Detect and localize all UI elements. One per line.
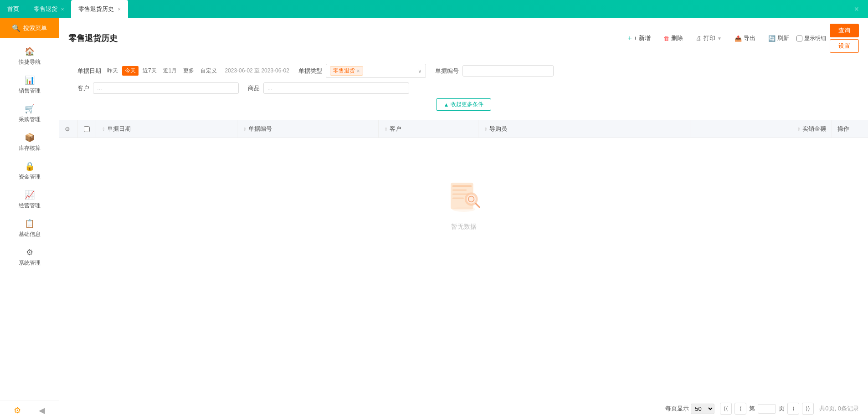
tab-retail-return[interactable]: 零售退货 × [26, 0, 71, 18]
sidebar-bottom: ⚙ ◀ [0, 400, 59, 420]
sidebar-item-system-mgmt[interactable]: ⚙ 系统管理 [0, 243, 59, 271]
tab-retail-return-label: 零售退货 [34, 5, 57, 13]
home-icon: 🏠 [25, 46, 35, 56]
th-guide-label: 导购员 [489, 125, 507, 133]
query-button[interactable]: 查询 [830, 24, 859, 37]
page-input[interactable]: 1 [758, 404, 776, 414]
first-page-btn[interactable]: ⟨⟨ [720, 403, 732, 415]
date-range-display: 2023-06-02 至 2023-06-02 [225, 67, 289, 75]
date-btn-more[interactable]: 更多 [181, 66, 196, 76]
doc-type-select[interactable]: 零售退货 × ∨ [326, 64, 426, 78]
date-btn-1month[interactable]: 近1月 [161, 66, 180, 76]
settings-bottom-icon[interactable]: ⚙ [14, 405, 21, 415]
delete-label: 删除 [671, 34, 683, 42]
doc-type-tag-close[interactable]: × [357, 68, 360, 74]
sales-icon: 📊 [25, 75, 35, 85]
print-label: 打印 [704, 34, 715, 42]
collapse-filter-button[interactable]: ▲ 收起更多条件 [436, 98, 492, 111]
sidebar: 🔍 搜索菜单 🏠 快捷导航 📊 销售管理 🛒 采购管理 📦 库存核算 🔒 [0, 18, 59, 420]
filter-row-2: 客户 ... 商品 ... [77, 82, 850, 94]
goods-select[interactable]: ... [263, 82, 409, 94]
date-btn-yesterday[interactable]: 昨天 [105, 66, 120, 76]
sidebar-search[interactable]: 🔍 搜索菜单 [0, 18, 59, 38]
display-detail-label: 显示明细 [804, 35, 826, 42]
svg-rect-2 [452, 185, 471, 187]
delete-button[interactable]: 🗑 删除 [660, 32, 687, 44]
goods-ellipsis: ... [267, 85, 272, 92]
sort-icon-amount: ⇕ [797, 127, 801, 132]
doc-type-filter: 单据类型 零售退货 × ∨ [298, 64, 426, 78]
export-button[interactable]: 📤 导出 [731, 32, 759, 44]
table-header: ⚙ ⇕ 单据日期 [59, 120, 868, 138]
print-dropdown-icon: ▼ [717, 36, 722, 41]
th-amount-label: 实销金额 [802, 125, 826, 133]
display-detail-checkbox[interactable]: 显示明细 [796, 35, 826, 42]
th-customer: ⇕ 客户 [378, 120, 478, 138]
export-label: 导出 [744, 34, 755, 42]
th-doc-num: ⇕ 单据编号 [237, 120, 378, 138]
delete-icon: 🗑 [663, 35, 669, 42]
export-icon: 📤 [734, 35, 742, 42]
collapse-icon: ▲ [444, 102, 449, 108]
date-btn-today[interactable]: 今天 [122, 66, 139, 76]
goods-filter: 商品 ... [248, 82, 409, 94]
svg-rect-3 [452, 189, 467, 191]
print-button[interactable]: 🖨 打印 ▼ [692, 32, 725, 44]
refresh-icon: 🔄 [768, 35, 776, 42]
th-spacer [599, 120, 690, 138]
doc-num-label: 单据编号 [435, 67, 459, 75]
tab-retail-return-history-close[interactable]: × [118, 6, 120, 12]
sidebar-item-basic-label: 基础信息 [19, 230, 41, 238]
th-doc-date-label: 单据日期 [107, 125, 131, 133]
gear-icon[interactable]: ⚙ [65, 126, 70, 133]
sort-icon-doc-num: ⇕ [243, 127, 247, 132]
sidebar-item-finance-mgmt[interactable]: 🔒 资金管理 [0, 157, 59, 185]
customer-select[interactable]: ... [93, 82, 239, 94]
display-detail-input[interactable] [796, 36, 802, 41]
sidebar-item-basic-info[interactable]: 📋 基础信息 [0, 214, 59, 243]
sidebar-item-operation-mgmt[interactable]: 📈 经营管理 [0, 185, 59, 214]
empty-cell: 暂无数据 [59, 138, 868, 250]
doc-type-tag-text: 零售退货 [333, 67, 355, 75]
sidebar-item-operation-label: 经营管理 [19, 202, 41, 210]
page-size-label: 每页显示 [665, 405, 689, 413]
th-customer-label: 客户 [390, 125, 401, 133]
doc-type-tag: 零售退货 × [330, 66, 363, 76]
page-size-dropdown[interactable]: 20 50 100 [691, 404, 714, 414]
print-icon: 🖨 [696, 35, 702, 42]
sidebar-item-system-label: 系统管理 [19, 259, 41, 267]
tab-retail-return-close[interactable]: × [61, 6, 64, 12]
customer-filter: 客户 ... [77, 82, 239, 94]
window-close-btn[interactable]: × [854, 5, 868, 14]
date-btn-7days[interactable]: 近7天 [140, 66, 159, 76]
new-button[interactable]: + + 新增 [624, 32, 655, 44]
sidebar-item-inventory-label: 库存核算 [19, 144, 41, 152]
setting-button[interactable]: 设置 [830, 39, 859, 53]
th-gear: ⚙ [59, 120, 77, 138]
select-all-checkbox[interactable] [84, 126, 90, 132]
date-buttons: 昨天 今天 近7天 近1月 更多 自定义 [105, 66, 219, 76]
last-page-btn[interactable]: ⟩⟩ [802, 403, 814, 415]
tab-retail-return-history-label: 零售退货历史 [78, 5, 114, 13]
date-btn-custom[interactable]: 自定义 [198, 66, 219, 76]
tab-bar: 首页 零售退货 × 零售退货历史 × [0, 0, 854, 18]
table-header-row: ⚙ ⇕ 单据日期 [59, 120, 868, 138]
next-page-btn[interactable]: ⟩ [787, 403, 799, 415]
goods-label: 商品 [248, 84, 260, 92]
refresh-button[interactable]: 🔄 刷新 [765, 32, 793, 44]
sidebar-item-inventory-mgmt[interactable]: 📦 库存核算 [0, 128, 59, 157]
purchase-icon: 🛒 [25, 104, 35, 114]
operation-icon: 📈 [25, 190, 35, 200]
sort-icon-customer: ⇕ [384, 127, 388, 132]
sidebar-item-purchase-mgmt[interactable]: 🛒 采购管理 [0, 99, 59, 128]
tab-home[interactable]: 首页 [0, 0, 26, 18]
prev-page-btn[interactable]: ⟨ [734, 403, 746, 415]
sidebar-item-sales-mgmt[interactable]: 📊 销售管理 [0, 71, 59, 99]
sidebar-item-quick-nav[interactable]: 🏠 快捷导航 [0, 42, 59, 71]
tab-retail-return-history[interactable]: 零售退货历史 × [71, 0, 128, 18]
date-filter: 单据日期 昨天 今天 近7天 近1月 更多 自定义 2023-06-02 至 2… [77, 66, 289, 76]
collapse-sidebar-icon[interactable]: ◀ [39, 405, 45, 415]
doc-num-input[interactable] [462, 65, 554, 77]
filter-row-1: 单据日期 昨天 今天 近7天 近1月 更多 自定义 2023-06-02 至 2… [77, 64, 850, 78]
search-icon: 🔍 [12, 24, 21, 32]
